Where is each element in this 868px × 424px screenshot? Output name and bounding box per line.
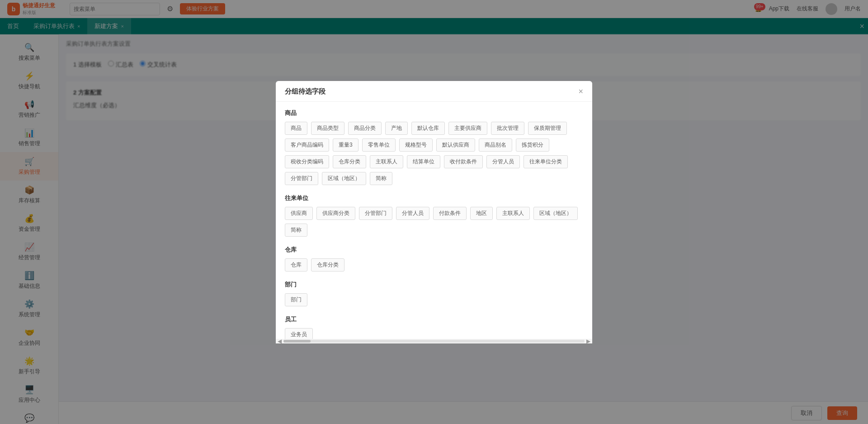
field-tag[interactable]: 税收分类编码 xyxy=(285,155,329,168)
field-tag[interactable]: 收付款条件 xyxy=(444,155,483,168)
field-tag[interactable]: 分管人员 xyxy=(396,207,429,220)
field-tag[interactable]: 保质期管理 xyxy=(528,122,567,135)
field-tag[interactable]: 主要供应商 xyxy=(448,122,487,135)
modal-overlay: 分组待选字段 × 商品 商品 商品类型 商品分类 产地 默认仓库 主要供应商 批… xyxy=(0,0,868,424)
field-group-dept: 部门 部门 xyxy=(285,281,583,306)
modal-body: 商品 商品 商品类型 商品分类 产地 默认仓库 主要供应商 批次管理 保质期管理… xyxy=(276,102,592,339)
modal-close-btn[interactable]: × xyxy=(578,87,583,95)
field-group-warehouse-title: 仓库 xyxy=(285,246,583,254)
field-tag[interactable]: 客户商品编码 xyxy=(285,138,329,152)
field-tag[interactable]: 批次管理 xyxy=(491,122,524,135)
field-tag[interactable]: 默认仓库 xyxy=(411,122,445,135)
field-group-contacts: 往来单位 供应商 供应商分类 分管部门 分管人员 付款条件 地区 主联系人 区域… xyxy=(285,194,583,237)
field-tag[interactable]: 默认供应商 xyxy=(436,138,475,152)
field-tags-warehouse: 仓库 仓库分类 xyxy=(285,258,583,272)
field-tag[interactable]: 主联系人 xyxy=(370,155,403,168)
field-group-warehouse: 仓库 仓库 仓库分类 xyxy=(285,246,583,272)
field-tag[interactable]: 分管部门 xyxy=(359,207,392,220)
field-tags-staff: 业务员 xyxy=(285,328,583,339)
modal-horizontal-scrollbar[interactable]: ◀ ▶ xyxy=(276,339,592,343)
field-tag[interactable]: 商品 xyxy=(285,122,307,135)
field-group-contacts-title: 往来单位 xyxy=(285,194,583,202)
field-tag[interactable]: 结算单位 xyxy=(407,155,440,168)
field-tag[interactable]: 仓库分类 xyxy=(333,155,366,168)
modal-title: 分组待选字段 xyxy=(285,87,326,96)
field-tag[interactable]: 分管部门 xyxy=(285,172,318,185)
field-tags-goods: 商品 商品类型 商品分类 产地 默认仓库 主要供应商 批次管理 保质期管理 客户… xyxy=(285,122,583,185)
hscroll-thumb[interactable] xyxy=(283,340,311,343)
field-group-dept-title: 部门 xyxy=(285,281,583,289)
field-tags-dept: 部门 xyxy=(285,293,583,306)
field-tag[interactable]: 商品分类 xyxy=(348,122,382,135)
hscroll-right-arrow[interactable]: ▶ xyxy=(586,338,590,344)
field-tag[interactable]: 商品类型 xyxy=(311,122,344,135)
hscroll-left-arrow[interactable]: ◀ xyxy=(278,338,282,344)
field-tag[interactable]: 供应商分类 xyxy=(316,207,355,220)
field-tag[interactable]: 地区 xyxy=(470,207,493,220)
field-tag[interactable]: 分管人员 xyxy=(486,155,520,168)
field-group-staff: 员工 业务员 xyxy=(285,315,583,339)
field-tag[interactable]: 主联系人 xyxy=(496,207,530,220)
field-tag[interactable]: 区域（地区） xyxy=(322,172,366,185)
field-group-goods: 商品 商品 商品类型 商品分类 产地 默认仓库 主要供应商 批次管理 保质期管理… xyxy=(285,109,583,185)
field-tag[interactable]: 仓库分类 xyxy=(311,258,344,272)
hscroll-track xyxy=(283,340,585,343)
field-tags-contacts: 供应商 供应商分类 分管部门 分管人员 付款条件 地区 主联系人 区域（地区） … xyxy=(285,207,583,237)
field-tag[interactable]: 重量3 xyxy=(333,138,359,152)
field-tag[interactable]: 区域（地区） xyxy=(533,207,578,220)
field-tag[interactable]: 拣货积分 xyxy=(516,138,549,152)
field-tag[interactable]: 商品别名 xyxy=(479,138,512,152)
field-group-staff-title: 员工 xyxy=(285,315,583,324)
field-tag[interactable]: 仓库 xyxy=(285,258,307,272)
field-tag[interactable]: 部门 xyxy=(285,293,307,306)
field-tag[interactable]: 付款条件 xyxy=(433,207,467,220)
field-tag[interactable]: 往来单位分类 xyxy=(524,155,568,168)
field-tag[interactable]: 产地 xyxy=(385,122,408,135)
modal: 分组待选字段 × 商品 商品 商品类型 商品分类 产地 默认仓库 主要供应商 批… xyxy=(276,81,592,343)
field-group-goods-title: 商品 xyxy=(285,109,583,117)
modal-header: 分组待选字段 × xyxy=(276,81,592,102)
field-tag[interactable]: 简称 xyxy=(370,172,392,185)
field-tag[interactable]: 供应商 xyxy=(285,207,313,220)
field-tag[interactable]: 简称 xyxy=(285,224,307,237)
field-tag[interactable]: 业务员 xyxy=(285,328,313,339)
field-tag[interactable]: 规格型号 xyxy=(399,138,433,152)
field-tag[interactable]: 零售单位 xyxy=(362,138,396,152)
